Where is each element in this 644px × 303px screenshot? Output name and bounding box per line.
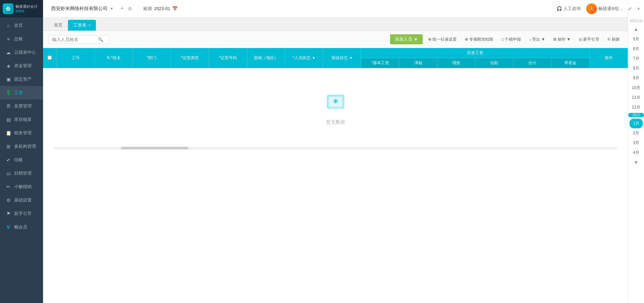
month-item-2022-08[interactable]: 8月 — [628, 63, 644, 73]
invoice-icon: 🖹 — [5, 103, 11, 109]
help-btn[interactable]: 🎧 人工咨询 — [557, 6, 581, 12]
inventory-icon: ▤ — [5, 117, 11, 122]
horizontal-scrollbar[interactable] — [54, 147, 617, 149]
salary-icon: 💲 — [5, 90, 11, 95]
report-status-filter-icon[interactable]: ▼ — [349, 56, 353, 60]
month-item-2022-11[interactable]: 11月 — [628, 93, 644, 102]
content-area: 🔍 添加人员 ▼ ⊕ 统一社保设置 ⊕ 专项附加扣除 □ 个税申报 — [43, 31, 628, 303]
tax-report-button[interactable]: □ 个税申报 — [499, 35, 524, 44]
month-item-2022-05[interactable]: 5月 — [628, 34, 644, 44]
sidebar-item-label: 工资 — [14, 90, 23, 96]
search-input[interactable] — [52, 37, 96, 42]
month-item-2022-07[interactable]: 7月 — [628, 54, 644, 63]
month-item-2023-03[interactable]: 3月 — [628, 138, 644, 148]
search-box[interactable]: 🔍 — [48, 35, 109, 44]
sidebar-item-settle[interactable]: ✔ 结账 — [0, 153, 43, 167]
sidebar-item-guide[interactable]: ⚑ 新手引导 — [0, 207, 43, 220]
th-report-status: 报送状态 ▼ — [323, 48, 361, 68]
tax-icon: □ — [501, 37, 504, 42]
calendar-icon[interactable]: 📅 — [172, 6, 178, 11]
sidebar-item-tax[interactable]: 📋 税务管理 — [0, 126, 43, 140]
tab-close-icon[interactable]: × — [88, 23, 90, 27]
export-dropdown-icon: ▼ — [541, 37, 545, 42]
sidebar-item-member[interactable]: V 畅会员 — [0, 220, 43, 234]
year-badge: 2023 — [628, 113, 644, 117]
special-icon: ⊕ — [465, 37, 468, 42]
cloud-icon: ☁ — [5, 50, 11, 55]
period-value: 2023-01 — [154, 6, 170, 11]
sidebar-item-invoice[interactable]: 🖹 发票管理 — [0, 99, 43, 113]
panel-up-nav[interactable]: ▲ — [628, 24, 644, 34]
th-performance: 绩效 — [437, 58, 475, 68]
export-button[interactable]: ↓ 导出 ▼ — [526, 35, 548, 44]
month-item-2023-04[interactable]: 4月 — [628, 148, 644, 158]
month-item-2022-10[interactable]: 10月 — [628, 83, 644, 93]
tab-home-label: 首页 — [54, 22, 63, 28]
th-base-salary: *基本工资 — [361, 58, 399, 68]
topbar-settings-icon[interactable]: ⚙ — [128, 6, 132, 11]
sidebar-item-settings[interactable]: ⚙ 基础设置 — [0, 193, 43, 207]
sidebar-item-label: 库存核算 — [14, 117, 32, 123]
svg-point-6 — [329, 108, 342, 111]
month-item-2022-06[interactable]: 6月 — [628, 44, 644, 54]
main-area: 西安虾米网络科技有限公司 ▼ + ⚙ 账期 2023-01 📅 🎧 人工咨询 人… — [43, 0, 628, 303]
month-item-2023-02[interactable]: 2月 — [628, 128, 644, 138]
th-country: 国籍（地区） — [247, 48, 285, 68]
sidebar-item-label: 结账 — [14, 157, 23, 163]
guide-button[interactable]: ◎ 新手引导 — [576, 35, 602, 44]
sidebar-logo: 会 畅捷通好会计 旗舰版 — [0, 0, 43, 17]
tax-icon: 📋 — [5, 130, 11, 136]
period-label: 账期 — [143, 6, 152, 12]
person-status-filter-icon[interactable]: ▼ — [312, 56, 315, 60]
company-selector[interactable]: 西安虾米网络科技有限公司 ▼ — [48, 4, 116, 13]
th-cert-no: *证型号码 — [209, 48, 247, 68]
sidebar-item-salary[interactable]: 💲 工资 — [0, 86, 43, 99]
th-allowance: 津贴 — [399, 58, 437, 68]
toolbar: 🔍 添加人员 ▼ ⊕ 统一社保设置 ⊕ 专项附加扣除 □ 个税申报 — [43, 31, 628, 48]
sidebar-item-cloud-report[interactable]: ☁ 云报表中心 — [0, 46, 43, 59]
th-checkbox[interactable] — [43, 48, 56, 68]
sidebar-item-fixed-assets[interactable]: ▣ 固定资产 — [0, 73, 43, 86]
month-item-2023-01[interactable]: 1月 — [630, 119, 643, 128]
refresh-button[interactable]: ↻ 刷新 — [605, 35, 622, 44]
sidebar-item-expense[interactable]: ✏ 小畅报销 — [0, 180, 43, 193]
user-btn[interactable]: 人 畅捷通B组... — [586, 3, 622, 14]
sidebar-item-inventory[interactable]: ▤ 库存核算 — [0, 113, 43, 126]
sidebar-item-label: 新手引导 — [14, 211, 32, 217]
sidebar-item-fund[interactable]: ◈ 资金管理 — [0, 59, 43, 73]
sidebar-nav: ⌂ 首页 ≡ 总账 ☁ 云报表中心 ◈ 资金管理 ▣ 固定资产 💲 工资 🖹 发… — [0, 17, 43, 303]
tab-salary-table[interactable]: 工资表 × — [68, 20, 96, 31]
sidebar-item-ledger[interactable]: ≡ 总账 — [0, 32, 43, 46]
scroll-thumb[interactable] — [121, 147, 188, 149]
table-wrapper: 工号 ⇅ *姓名 *部门 *证型类型 *证型号码 国籍（地区） *人员状态 ▼ … — [43, 48, 628, 303]
special-deduction-button[interactable]: ⊕ 专项附加扣除 — [462, 35, 496, 44]
search-icon: 🔍 — [98, 37, 103, 42]
sidebar-item-home[interactable]: ⌂ 首页 — [0, 19, 43, 32]
panel-down-nav[interactable]: ▼ — [628, 158, 644, 168]
add-person-button[interactable]: 添加人员 ▼ — [390, 34, 423, 44]
panel-close-icon[interactable]: × — [636, 5, 641, 13]
th-total: 合计 — [514, 58, 552, 68]
month-item-2022-12[interactable]: 12月 — [628, 102, 644, 112]
logo-text: 畅捷通好会计 — [15, 4, 38, 9]
empty-text: 暂无数据 — [326, 119, 345, 125]
sidebar-item-multi-org[interactable]: ⊞ 多机构管理 — [0, 140, 43, 153]
sidebar-item-label: 发票管理 — [14, 103, 32, 109]
help-label: 人工咨询 — [563, 6, 581, 12]
user-label: 畅捷通B组... — [598, 6, 622, 12]
settings-icon: ⚙ — [5, 198, 11, 203]
sidebar-item-label: 固定资产 — [14, 76, 32, 82]
tab-home[interactable]: 首页 — [48, 20, 68, 31]
select-all-checkbox[interactable] — [47, 55, 52, 60]
th-name: ⇅ *姓名 — [94, 48, 132, 68]
panel-expand-icon[interactable]: ⤢ — [628, 5, 633, 13]
operation-button[interactable]: ⊞ 操作 ▼ — [551, 35, 573, 44]
month-item-2022-09[interactable]: 9月 — [628, 73, 644, 83]
topbar-divider — [138, 5, 138, 12]
sidebar-item-archive[interactable]: 🗂 归档管理 — [0, 167, 43, 180]
add-person-dropdown-icon: ▼ — [414, 37, 418, 42]
social-security-button[interactable]: ⊕ 统一社保设置 — [425, 35, 459, 44]
topbar-add-icon[interactable]: + — [120, 5, 124, 12]
expense-icon: ✏ — [5, 184, 11, 189]
right-panel-header: ⤢ × — [628, 0, 644, 17]
